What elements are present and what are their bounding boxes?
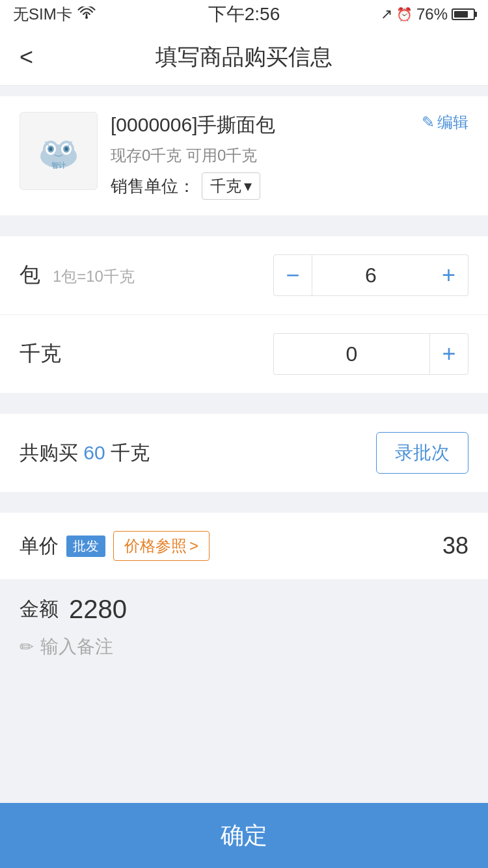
page-title: 填写商品购买信息 (156, 42, 332, 72)
kg-qty-control: + (273, 333, 468, 375)
unit-label: 销售单位： (111, 175, 195, 198)
nav-bar: < 填写商品购买信息 (0, 29, 488, 86)
amount-row: 金额 2280 (20, 595, 468, 624)
separator-2 (0, 393, 488, 403)
separator-1 (0, 215, 488, 226)
kg-plus-button[interactable]: + (429, 333, 468, 375)
price-tag-pifa: 批发 (66, 536, 105, 557)
bag-qty-section: 包 1包=10千克 − + 千克 + (0, 236, 488, 393)
kg-qty-row: 千克 + (0, 315, 488, 393)
price-label: 单价 (20, 533, 59, 560)
back-button[interactable]: < (20, 37, 40, 77)
bag-qty-input[interactable] (312, 254, 429, 296)
price-row: 单价 批发 价格参照 > 38 (20, 531, 468, 561)
kg-qty-input[interactable] (273, 333, 429, 375)
price-ref-label: 价格参照 (124, 536, 187, 556)
bag-plus-button[interactable]: + (429, 254, 468, 296)
dropdown-icon: ▾ (244, 177, 252, 195)
bag-minus-button[interactable]: − (273, 254, 312, 296)
confirm-button[interactable]: 确定 (0, 803, 488, 868)
status-time: 下午2:56 (208, 2, 280, 27)
unit-value: 千克 (210, 176, 241, 197)
battery-icon (452, 8, 475, 20)
separator-3 (0, 492, 488, 502)
svg-point-9 (65, 147, 68, 151)
edit-icon: ✎ (422, 113, 435, 131)
carrier-text: 无SIM卡 (13, 4, 72, 25)
product-stock: 现存0千克 可用0千克 (111, 145, 468, 166)
bag-qty-row: 包 1包=10千克 − + (0, 236, 488, 315)
edit-label: 编辑 (437, 112, 468, 133)
svg-text:智计: 智计 (51, 161, 66, 169)
status-bar: 无SIM卡 下午2:56 ↗ ⏰ 76% (0, 0, 488, 29)
amount-label: 金额 (20, 596, 59, 623)
wifi-icon (77, 5, 96, 23)
total-text: 共购买 60 千克 (20, 440, 150, 467)
location-icon: ↗ (381, 6, 392, 23)
total-unit: 千克 (111, 442, 150, 463)
price-value: 38 (442, 532, 468, 560)
unit-select[interactable]: 千克 ▾ (202, 172, 260, 200)
battery-percent: 76% (416, 5, 448, 23)
pencil-icon: ✏ (20, 637, 34, 657)
price-label-group: 单价 批发 价格参照 > (20, 531, 210, 561)
edit-button[interactable]: ✎ 编辑 (422, 112, 468, 133)
svg-point-8 (49, 147, 53, 151)
batch-button[interactable]: 录批次 (376, 432, 468, 474)
product-image: 智计 (20, 112, 98, 190)
status-left: 无SIM卡 (13, 4, 96, 25)
bag-label: 包 (20, 263, 40, 286)
kg-label: 千克 (20, 340, 273, 368)
price-ref-arrow: > (189, 537, 198, 555)
alarm-icon: ⏰ (396, 7, 413, 22)
amount-section: 金额 2280 ✏ 输入备注 (0, 579, 488, 675)
bag-hint: 1包=10千克 (53, 267, 135, 285)
status-right: ↗ ⏰ 76% (381, 5, 475, 23)
amount-value: 2280 (69, 595, 127, 624)
product-unit-row: 销售单位： 千克 ▾ (111, 172, 468, 200)
note-placeholder: 输入备注 (40, 634, 113, 659)
svg-point-0 (85, 16, 88, 19)
price-section: 单价 批发 价格参照 > 38 (0, 513, 488, 579)
total-label: 共购买 (20, 442, 78, 463)
product-card: 智计 [0000006]手撕面包 现存0千克 可用0千克 销售单位： 千克 ▾ … (0, 96, 488, 215)
total-amount: 60 (83, 442, 105, 463)
product-name: [0000006]手撕面包 (111, 112, 468, 139)
bag-label-group: 包 1包=10千克 (20, 261, 273, 290)
bag-qty-control: − + (273, 254, 468, 296)
price-ref-button[interactable]: 价格参照 > (113, 531, 210, 561)
total-row: 共购买 60 千克 录批次 (0, 414, 488, 492)
product-info: [0000006]手撕面包 现存0千克 可用0千克 销售单位： 千克 ▾ (111, 112, 468, 200)
note-row[interactable]: ✏ 输入备注 (20, 634, 468, 659)
